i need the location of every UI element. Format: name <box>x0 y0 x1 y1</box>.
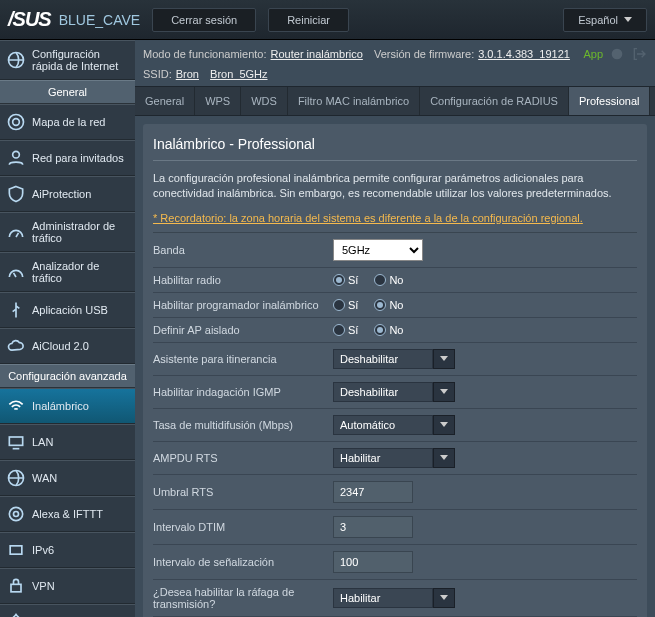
chevron-down-icon <box>433 382 455 402</box>
sidebar-quick-internet[interactable]: Configuración rápida de Internet <box>0 40 135 80</box>
chevron-down-icon <box>433 448 455 468</box>
led-icon[interactable] <box>609 46 625 62</box>
main-content: Modo de funcionamiento: Router inalámbri… <box>135 40 655 617</box>
brand-logo: /SUS <box>8 8 51 31</box>
mcast-label: Tasa de multidifusión (Mbps) <box>153 419 333 431</box>
sidebar-item-label: Configuración rápida de Internet <box>32 48 129 72</box>
shield-icon <box>6 184 26 204</box>
chevron-down-icon <box>433 415 455 435</box>
opmode-label: Modo de funcionamiento: <box>143 48 267 60</box>
ampdu-label: AMPDU RTS <box>153 452 333 464</box>
network-map-icon <box>6 112 26 132</box>
scheduler-no[interactable]: No <box>374 299 403 311</box>
alexa-icon <box>6 504 26 524</box>
sidebar-item-vpn[interactable]: VPN <box>0 568 135 604</box>
svg-point-3 <box>13 151 20 158</box>
sidebar-item-guest-network[interactable]: Red para invitados <box>0 140 135 176</box>
chart-icon <box>6 262 26 282</box>
firewall-icon <box>6 612 26 617</box>
wifi-icon <box>6 396 26 416</box>
scheduler-yes[interactable]: Sí <box>333 299 358 311</box>
band-select[interactable]: 5GHz <box>333 239 423 261</box>
sidebar-header-general: General <box>0 80 135 104</box>
sidebar-item-aicloud[interactable]: AiCloud 2.0 <box>0 328 135 364</box>
dtim-input[interactable] <box>333 516 413 538</box>
sidebar-item-label: Aplicación USB <box>32 304 108 316</box>
rts-label: Umbral RTS <box>153 486 333 498</box>
sidebar-item-alexa-ifttt[interactable]: Alexa & IFTTT <box>0 496 135 532</box>
ipv6-icon <box>6 540 26 560</box>
chevron-down-icon <box>624 17 632 22</box>
opmode-value[interactable]: Router inalámbrico <box>271 48 363 60</box>
timezone-reminder[interactable]: * Recordatorio: la zona horaria del sist… <box>153 212 637 224</box>
svg-rect-8 <box>10 546 22 554</box>
ssid-label: SSID: <box>143 68 172 80</box>
reboot-button[interactable]: Reiniciar <box>268 8 349 32</box>
enable-radio-no[interactable]: No <box>374 274 403 286</box>
ssid-2[interactable]: Bron_5GHz <box>210 68 267 80</box>
sidebar-item-label: WAN <box>32 472 57 484</box>
tab-radius[interactable]: Configuración de RADIUS <box>420 87 569 115</box>
panel-desc: La configuración profesional inalámbrica… <box>153 171 637 202</box>
sidebar-item-wan[interactable]: WAN <box>0 460 135 496</box>
gauge-icon <box>6 222 26 242</box>
top-bar: /SUS BLUE_CAVE Cerrar sesión Reiniciar E… <box>0 0 655 40</box>
fw-label: Versión de firmware: <box>374 48 474 60</box>
svg-point-7 <box>14 512 19 517</box>
roaming-select[interactable]: Deshabilitar <box>333 349 433 369</box>
beacon-label: Intervalo de señalización <box>153 556 333 568</box>
sidebar-item-label: Administrador de tráfico <box>32 220 129 244</box>
sidebar-item-label: LAN <box>32 436 53 448</box>
logout-button[interactable]: Cerrar sesión <box>152 8 256 32</box>
tab-wds[interactable]: WDS <box>241 87 288 115</box>
isolated-ap-label: Definir AP aislado <box>153 324 333 336</box>
chevron-down-icon <box>433 588 455 608</box>
tab-general[interactable]: General <box>135 87 195 115</box>
svg-point-1 <box>9 115 24 130</box>
tab-mac-filter[interactable]: Filtro MAC inalámbrico <box>288 87 420 115</box>
roaming-label: Asistente para itinerancia <box>153 353 333 365</box>
logout-icon[interactable] <box>631 46 647 62</box>
sidebar-item-label: Analizador de tráfico <box>32 260 129 284</box>
sidebar-item-label: IPv6 <box>32 544 54 556</box>
fw-value[interactable]: 3.0.1.4.383_19121 <box>478 48 570 60</box>
isolated-yes[interactable]: Sí <box>333 324 358 336</box>
mcast-select[interactable]: Automático <box>333 415 433 435</box>
tab-wps[interactable]: WPS <box>195 87 241 115</box>
guest-icon <box>6 148 26 168</box>
globe-arrow-icon <box>6 50 26 70</box>
sidebar-item-aiprotection[interactable]: AiProtection <box>0 176 135 212</box>
sidebar-item-network-map[interactable]: Mapa de la red <box>0 104 135 140</box>
isolated-no[interactable]: No <box>374 324 403 336</box>
txburst-select[interactable]: Habilitar <box>333 588 433 608</box>
cloud-icon <box>6 336 26 356</box>
enable-radio-yes[interactable]: Sí <box>333 274 358 286</box>
sidebar-item-ipv6[interactable]: IPv6 <box>0 532 135 568</box>
ampdu-select[interactable]: Habilitar <box>333 448 433 468</box>
svg-rect-9 <box>11 584 21 592</box>
sidebar-item-firewall[interactable]: Firewall <box>0 604 135 617</box>
igmp-select[interactable]: Deshabilitar <box>333 382 433 402</box>
ssid-bar: SSID: Bron Bron_5GHz <box>135 68 655 86</box>
language-button[interactable]: Español <box>563 8 647 32</box>
sidebar-item-traffic-manager[interactable]: Administrador de tráfico <box>0 212 135 252</box>
txburst-label: ¿Desea habilitar la ráfaga de transmisió… <box>153 586 333 610</box>
usb-icon <box>6 300 26 320</box>
ssid-1[interactable]: Bron <box>176 68 199 80</box>
beacon-input[interactable] <box>333 551 413 573</box>
sidebar-item-label: VPN <box>32 580 55 592</box>
tab-professional[interactable]: Professional <box>569 87 651 115</box>
igmp-label: Habilitar indagación IGMP <box>153 386 333 398</box>
sidebar-item-label: Mapa de la red <box>32 116 105 128</box>
rts-input[interactable] <box>333 481 413 503</box>
sidebar-item-label: Alexa & IFTTT <box>32 508 103 520</box>
dtim-label: Intervalo DTIM <box>153 521 333 533</box>
app-link[interactable]: App <box>583 48 603 60</box>
sidebar-item-lan[interactable]: LAN <box>0 424 135 460</box>
sidebar-item-traffic-analyzer[interactable]: Analizador de tráfico <box>0 252 135 292</box>
chevron-down-icon <box>433 349 455 369</box>
lan-icon <box>6 432 26 452</box>
sidebar-item-usb-app[interactable]: Aplicación USB <box>0 292 135 328</box>
sidebar-item-wireless[interactable]: Inalámbrico <box>0 388 135 424</box>
sidebar: Configuración rápida de Internet General… <box>0 40 135 617</box>
